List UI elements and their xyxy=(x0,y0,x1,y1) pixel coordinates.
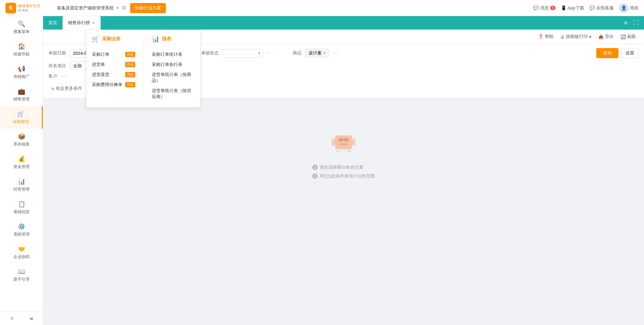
sidebar-label-marketing: 营销推广 xyxy=(13,74,30,80)
svg-rect-5 xyxy=(352,139,355,146)
help-btn[interactable]: ❓ 帮助 xyxy=(535,32,556,41)
tab-close-window-btn[interactable]: ✕ xyxy=(622,18,629,28)
tab-home[interactable]: 首页 xyxy=(43,16,63,30)
sidebar-item-collab[interactable]: 🤝 企业协同 xyxy=(0,241,43,264)
tab-expand-btn[interactable]: ⛶ xyxy=(632,18,640,27)
expense-label: 采购费用分摊单 xyxy=(92,82,122,88)
menu-item-order-exec[interactable]: 采购订单执行表 xyxy=(152,59,195,70)
empty-num-1: 1 xyxy=(312,165,318,170)
top-bar: 6 畅捷通好生意 标准版 装备及固定资产辅助管理系统 ▾ ⚙ 体验行业方案 💬 … xyxy=(0,0,644,16)
sidebar-item-finance[interactable]: 💰 资金管理 xyxy=(0,151,43,174)
sidebar-item-basic[interactable]: 📋 基础信息 xyxy=(0,196,43,219)
svg-rect-1 xyxy=(338,138,343,141)
sidebar-item-marketing[interactable]: 📢 营销推广 xyxy=(0,61,43,84)
sidebar-settings-btn[interactable]: ⚙ xyxy=(7,315,17,322)
status-more-icon[interactable]: ··· xyxy=(267,50,274,56)
user-action[interactable]: 👤 用友 xyxy=(619,3,639,13)
sidebar-label-search: 搜索菜单 xyxy=(13,29,30,35)
print-btn[interactable]: 🖨 按模板打印 ▾ xyxy=(558,32,594,41)
sidebar-label-collab: 企业协同 xyxy=(13,254,30,260)
sidebar-item-operations[interactable]: 📊 经营管理 xyxy=(0,174,43,196)
app-download-action[interactable]: 📱 App下载 xyxy=(561,5,584,11)
search-icon: 🔍 xyxy=(18,20,25,28)
menu-item-incoming-goods[interactable]: 进货单统计表（按商品） xyxy=(152,70,195,86)
sidebar-label-purchase: 采购管理 xyxy=(13,119,29,125)
menu-item-incoming[interactable]: 进货单 历史 xyxy=(92,59,135,70)
empty-num-2: 2 xyxy=(312,173,318,179)
system-icon: ⚙️ xyxy=(18,223,25,230)
query-btn[interactable]: 查询 xyxy=(596,48,618,58)
sidebar-item-guide[interactable]: 📖 新手引导 xyxy=(0,264,43,286)
title-dropdown-icon[interactable]: ▾ xyxy=(116,5,119,10)
refresh-label: 刷新 xyxy=(627,34,636,40)
sidebar-label-inventory: 库存核算 xyxy=(13,141,30,147)
sidebar-label-operations: 经营管理 xyxy=(13,187,30,192)
service-icon: 💬 xyxy=(589,5,595,10)
marketing-icon: 📢 xyxy=(18,65,25,73)
print-label: 按模板打印 xyxy=(566,34,588,40)
status-select[interactable] xyxy=(223,49,263,57)
sidebar-item-system[interactable]: ⚙️ 系统管理 xyxy=(0,219,43,241)
sidebar-bottom: ⚙ ◀ xyxy=(0,312,43,325)
svg-rect-0 xyxy=(335,135,352,149)
refresh-btn[interactable]: 🔄 刷新 xyxy=(618,32,639,41)
tab-actions: ✕ ⛶ xyxy=(622,18,644,28)
goods-tag[interactable]: 设计素 ✕ xyxy=(306,49,329,57)
menu-item-purchase-order[interactable]: 采购订单 历史 xyxy=(92,49,135,59)
print-icon: 🖨 xyxy=(560,34,565,39)
menu-divider xyxy=(143,35,144,102)
reports-label: 报表 xyxy=(162,36,171,42)
purchase-dropdown-menu: 🛒 采购业务 采购订单 历史 进货单 历史 进货退货 历史 xyxy=(86,30,201,108)
app-icon: 📱 xyxy=(561,5,566,10)
svg-rect-2 xyxy=(344,138,349,141)
refresh-icon: 🔄 xyxy=(620,34,626,39)
messages-action[interactable]: 💬 消息 6 xyxy=(533,5,556,11)
sidebar: 🔍 搜索菜单 🏠 快捷导航 📢 营销推广 💼 销售管理 🛒 采购管理 📦 xyxy=(0,16,43,325)
basic-icon: 📋 xyxy=(18,200,25,208)
purchase-business-icon: 🛒 xyxy=(92,35,99,43)
goods-tag-close[interactable]: ✕ xyxy=(323,51,326,55)
empty-state: 1 请先选择要分析的方案 2 用[过滤]条件来缩小分析范围 xyxy=(43,98,644,207)
inventory-icon: 📦 xyxy=(18,133,25,140)
goods-filter-label: 商品 xyxy=(293,50,301,56)
rank-filter-label: 排名项目 xyxy=(48,63,66,69)
incoming-goods-label: 进货单统计表（按商品） xyxy=(152,72,195,84)
content-area: 首页 销售排行榜 ✕ ✕ ⛶ ❓ 帮助 xyxy=(43,16,644,325)
sidebar-item-inventory[interactable]: 📦 库存核算 xyxy=(0,129,43,151)
print-dropdown-icon[interactable]: ▾ xyxy=(589,34,592,39)
sidebar-item-sales[interactable]: 💼 销售管理 xyxy=(0,84,43,106)
menu-item-expense[interactable]: 采购费用分摊单 历史 xyxy=(92,80,135,90)
sidebar-label-nav: 快捷导航 xyxy=(13,51,30,57)
menu-item-incoming-supplier[interactable]: 进货单统计表（按供应商） xyxy=(152,86,195,102)
purchase-business-title: 🛒 采购业务 xyxy=(92,35,135,45)
online-service-action[interactable]: 💬 在线客服 xyxy=(589,5,614,11)
menu-item-order-stats[interactable]: 采购订单统计表 xyxy=(152,49,195,59)
order-exec-label: 采购订单执行表 xyxy=(152,62,182,68)
export-btn[interactable]: 📤 导出 xyxy=(596,32,616,41)
tab-close-icon[interactable]: ✕ xyxy=(92,21,95,25)
incoming-supplier-label: 进货单统计表（按供应商） xyxy=(152,88,195,100)
reports-title: 📊 报表 xyxy=(152,35,195,45)
sidebar-label-finance: 资金管理 xyxy=(13,164,30,170)
sidebar-item-purchase[interactable]: 🛒 采购管理 xyxy=(0,106,43,129)
empty-hint1: 请先选择要分析的方案 xyxy=(320,164,363,170)
purchase-order-label: 采购订单 xyxy=(92,51,109,57)
collab-icon: 🤝 xyxy=(18,245,25,253)
customer-more-icon[interactable]: ··· xyxy=(61,73,68,79)
help-label: 帮助 xyxy=(545,34,553,40)
svg-rect-3 xyxy=(339,144,348,145)
purchase-icon: 🛒 xyxy=(17,110,25,118)
settings-btn[interactable]: 设置 xyxy=(621,48,639,58)
sidebar-collapse-btn[interactable]: ◀ xyxy=(27,315,35,322)
sidebar-item-search[interactable]: 🔍 搜索菜单 xyxy=(0,16,43,39)
user-avatar: 👤 xyxy=(619,3,629,13)
menu-item-return[interactable]: 进货退货 历史 xyxy=(92,70,135,80)
industry-btn[interactable]: 体验行业方案 xyxy=(130,3,166,13)
message-badge: 6 xyxy=(550,6,556,10)
sidebar-label-guide: 新手引导 xyxy=(13,277,30,282)
settings-icon[interactable]: ⚙ xyxy=(121,5,126,11)
goods-more-icon[interactable]: ··· xyxy=(333,50,339,56)
tab-sales-ranking[interactable]: 销售排行榜 ✕ xyxy=(63,16,101,30)
empty-text: 1 请先选择要分析的方案 2 用[过滤]条件来缩小分析范围 xyxy=(312,163,374,180)
sidebar-item-nav[interactable]: 🏠 快捷导航 xyxy=(0,39,43,61)
